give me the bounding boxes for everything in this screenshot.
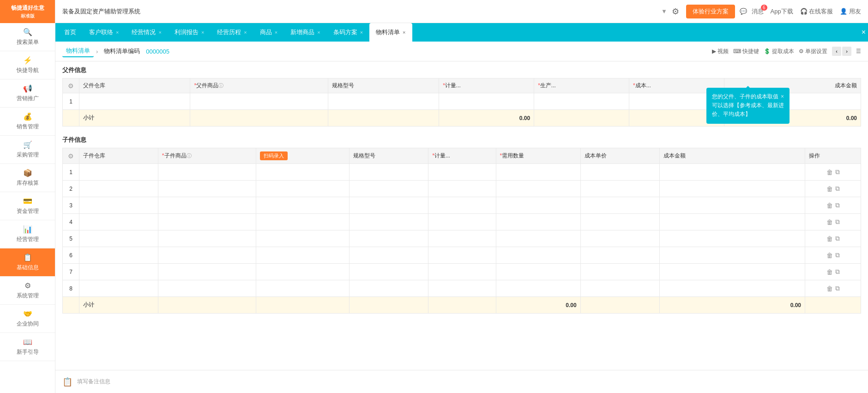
- child-scan-cell-1[interactable]: [256, 164, 349, 181]
- child-amount-cell-4[interactable]: [659, 214, 805, 230]
- close-tab-barcode[interactable]: ×: [360, 30, 363, 35]
- child-spec-cell-4[interactable]: [350, 214, 428, 230]
- child-unit-cell-7[interactable]: [428, 264, 496, 280]
- tab-operations[interactable]: 经营情况 ×: [125, 23, 168, 42]
- tab-history[interactable]: 经营历程 ×: [211, 23, 253, 42]
- close-tab-goods[interactable]: ×: [275, 30, 277, 35]
- close-all-tabs[interactable]: ×: [862, 28, 866, 36]
- sidebar-item-system[interactable]: ⚙ 系统管理: [0, 277, 55, 305]
- child-goods-cell-5[interactable]: [158, 230, 256, 247]
- child-col-settings-icon[interactable]: ⚙: [68, 152, 74, 160]
- tab-customer[interactable]: 客户联络 ×: [83, 23, 125, 42]
- child-unit-cell-2[interactable]: [428, 181, 496, 197]
- menu-btn[interactable]: ☰: [856, 48, 861, 54]
- child-goods-cell-1[interactable]: [158, 164, 256, 181]
- sidebar-item-basic-info[interactable]: 📋 基础信息: [0, 248, 55, 277]
- child-qty-cell-8[interactable]: [496, 280, 580, 297]
- child-price-cell-2[interactable]: [580, 181, 659, 197]
- child-amount-cell-6[interactable]: [659, 247, 805, 264]
- child-qty-cell-7[interactable]: [496, 264, 580, 280]
- child-warehouse-cell-1[interactable]: [79, 164, 158, 181]
- parent-produce-cell[interactable]: [534, 93, 629, 110]
- copy-row-btn-6[interactable]: ⧉: [835, 251, 840, 259]
- child-unit-cell-5[interactable]: [428, 230, 496, 247]
- sidebar-item-marketing[interactable]: 📢 营销推广: [0, 79, 55, 108]
- copy-row-btn-2[interactable]: ⧉: [835, 185, 840, 193]
- app-download-btn[interactable]: App下载: [771, 7, 793, 16]
- child-price-cell-3[interactable]: [580, 197, 659, 214]
- child-warehouse-cell-2[interactable]: [79, 181, 158, 197]
- delete-row-btn-6[interactable]: 🗑: [826, 252, 833, 259]
- tooltip-close-btn[interactable]: ×: [781, 92, 784, 101]
- dropdown-arrow-icon[interactable]: ▼: [661, 8, 667, 15]
- parent-spec-cell[interactable]: [328, 93, 439, 110]
- child-amount-cell-7[interactable]: [659, 264, 805, 280]
- message-btn[interactable]: 💬 6 消息: [740, 7, 764, 16]
- close-tab-customer[interactable]: ×: [116, 30, 119, 35]
- copy-row-btn-1[interactable]: ⧉: [835, 168, 840, 176]
- copy-row-btn-3[interactable]: ⧉: [835, 201, 840, 209]
- child-spec-cell-7[interactable]: [350, 264, 428, 280]
- child-spec-cell-1[interactable]: [350, 164, 428, 181]
- child-goods-cell-2[interactable]: [158, 181, 256, 197]
- child-amount-cell-5[interactable]: [659, 230, 805, 247]
- col-settings-icon[interactable]: ⚙: [68, 82, 74, 90]
- sidebar-item-operations[interactable]: 📊 经营管理: [0, 220, 55, 248]
- child-amount-cell-3[interactable]: [659, 197, 805, 214]
- child-scan-cell-8[interactable]: [256, 280, 349, 297]
- sidebar-item-quicknav[interactable]: ⚡ 快捷导航: [0, 51, 55, 79]
- sidebar-item-search[interactable]: 🔍 搜索菜单: [0, 23, 55, 51]
- delete-row-btn-1[interactable]: 🗑: [826, 169, 833, 176]
- close-tab-bom[interactable]: ×: [403, 30, 405, 35]
- child-unit-cell-1[interactable]: [428, 164, 496, 181]
- tab-add-goods[interactable]: 新增商品 ×: [284, 23, 326, 42]
- child-price-cell-4[interactable]: [580, 214, 659, 230]
- close-tab-history[interactable]: ×: [244, 30, 247, 35]
- child-price-cell-6[interactable]: [580, 247, 659, 264]
- child-unit-cell-4[interactable]: [428, 214, 496, 230]
- tab-goods[interactable]: 商品 ×: [253, 23, 284, 42]
- child-price-cell-5[interactable]: [580, 230, 659, 247]
- child-warehouse-cell-6[interactable]: [79, 247, 158, 264]
- note-label[interactable]: 填写备注信息: [77, 378, 110, 386]
- settings-icon[interactable]: ⚙: [672, 6, 679, 17]
- sidebar-item-guide[interactable]: 📖 新手引导: [0, 333, 55, 361]
- child-amount-cell-8[interactable]: [659, 280, 805, 297]
- delete-row-btn-4[interactable]: 🗑: [826, 218, 833, 226]
- sidebar-item-finance[interactable]: 💳 资金管理: [0, 192, 55, 220]
- child-warehouse-cell-7[interactable]: [79, 264, 158, 280]
- tab-bom[interactable]: 物料清单 ×: [369, 23, 412, 42]
- child-warehouse-cell-5[interactable]: [79, 230, 158, 247]
- child-goods-cell-3[interactable]: [158, 197, 256, 214]
- child-spec-cell-2[interactable]: [350, 181, 428, 197]
- child-qty-cell-2[interactable]: [496, 181, 580, 197]
- child-price-cell-1[interactable]: [580, 164, 659, 181]
- brand-logo[interactable]: 畅捷通好生意 标准版: [0, 0, 55, 23]
- child-goods-cell-4[interactable]: [158, 214, 256, 230]
- child-goods-cell-6[interactable]: [158, 247, 256, 264]
- sidebar-item-purchase[interactable]: 🛒 采购管理: [0, 136, 55, 164]
- child-scan-cell-3[interactable]: [256, 197, 349, 214]
- scan-btn[interactable]: 扫码录入: [260, 151, 288, 160]
- child-scan-cell-6[interactable]: [256, 247, 349, 264]
- delete-row-btn-8[interactable]: 🗑: [826, 285, 833, 292]
- child-spec-cell-6[interactable]: [350, 247, 428, 264]
- close-tab-profit[interactable]: ×: [201, 30, 204, 35]
- child-unit-cell-3[interactable]: [428, 197, 496, 214]
- parent-unit-cell[interactable]: [439, 93, 534, 110]
- next-record-btn[interactable]: ›: [842, 47, 851, 56]
- copy-row-btn-7[interactable]: ⧉: [835, 268, 840, 276]
- child-qty-cell-6[interactable]: [496, 247, 580, 264]
- child-price-cell-7[interactable]: [580, 264, 659, 280]
- user-menu[interactable]: 👤 用友: [840, 7, 861, 16]
- extract-cost-btn[interactable]: 💲 提取成本: [764, 48, 794, 55]
- copy-row-btn-4[interactable]: ⧉: [835, 218, 840, 226]
- note-icon[interactable]: 📋: [62, 377, 72, 387]
- child-unit-cell-8[interactable]: [428, 280, 496, 297]
- child-scan-cell-4[interactable]: [256, 214, 349, 230]
- parent-warehouse-cell[interactable]: [79, 93, 190, 110]
- child-spec-cell-5[interactable]: [350, 230, 428, 247]
- child-qty-cell-5[interactable]: [496, 230, 580, 247]
- child-qty-cell-4[interactable]: [496, 214, 580, 230]
- online-service-btn[interactable]: 🎧 在线客服: [800, 7, 833, 16]
